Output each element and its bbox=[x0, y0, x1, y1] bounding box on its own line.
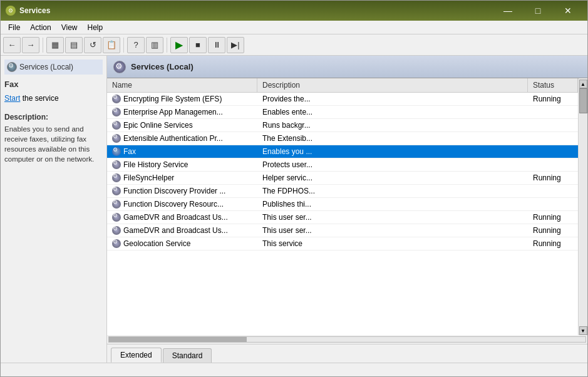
vertical-scrollbar[interactable]: ▲ ▼ bbox=[578, 78, 587, 335]
stop-service-button[interactable]: ■ bbox=[189, 37, 207, 53]
bottom-tabs: Extended Standard bbox=[107, 344, 587, 363]
description-label: Description: bbox=[4, 113, 103, 121]
title-bar: ⚙ Services — □ ✕ bbox=[1, 1, 587, 21]
row-desc-cell: This user ser... bbox=[257, 211, 528, 224]
description-text: Enables you to send and receive faxes, u… bbox=[4, 124, 103, 164]
menu-file[interactable]: File bbox=[3, 21, 25, 34]
row-name-cell: Function Discovery Resourc... bbox=[107, 198, 257, 210]
left-panel: Services (Local) Fax Start the service D… bbox=[1, 56, 107, 363]
menu-bar: File Action View Help bbox=[1, 21, 587, 34]
services-local-icon bbox=[7, 62, 17, 72]
row-status-cell bbox=[528, 145, 578, 158]
main-window: ⚙ Services — □ ✕ File Action View Help ←… bbox=[0, 0, 588, 377]
row-name-cell: File History Service bbox=[107, 158, 257, 171]
window-title: Services bbox=[19, 6, 493, 15]
table-header: Name Description Status bbox=[107, 78, 578, 93]
table-row[interactable]: Enterprise App Managemen... Enables ente… bbox=[107, 106, 578, 119]
console-tree-button[interactable]: ▦ bbox=[46, 37, 64, 53]
right-panel: Services (Local) Name Description Status… bbox=[107, 56, 587, 363]
col-header-description[interactable]: Description bbox=[257, 78, 528, 92]
col-header-name[interactable]: Name bbox=[107, 78, 257, 92]
tab-standard[interactable]: Standard bbox=[163, 348, 212, 363]
service-icon bbox=[112, 200, 121, 209]
row-desc-cell: The FDPHOS... bbox=[257, 185, 528, 197]
row-name-cell: Geolocation Service bbox=[107, 237, 257, 250]
row-name-cell: Enterprise App Managemen... bbox=[107, 106, 257, 118]
table-row[interactable]: Function Discovery Provider ... The FDPH… bbox=[107, 185, 578, 198]
table-row[interactable]: Function Discovery Resourc... Publishes … bbox=[107, 198, 578, 211]
service-icon bbox=[112, 121, 121, 130]
row-status-cell bbox=[528, 119, 578, 132]
toolbar-separator-2 bbox=[123, 38, 124, 53]
horizontal-scrollbar-thumb[interactable] bbox=[109, 337, 247, 342]
scrollbar-up-button[interactable]: ▲ bbox=[579, 80, 587, 88]
table-row[interactable]: File History Service Protects user... bbox=[107, 158, 578, 172]
export-button[interactable]: 📋 bbox=[103, 37, 120, 53]
service-icon bbox=[112, 134, 121, 143]
row-name-cell: Function Discovery Provider ... bbox=[107, 185, 257, 197]
table-row[interactable]: Extensible Authentication Pr... The Exte… bbox=[107, 132, 578, 145]
menu-help[interactable]: Help bbox=[83, 21, 108, 34]
minimize-button[interactable]: — bbox=[493, 2, 522, 19]
help-button[interactable]: ? bbox=[127, 37, 145, 53]
service-icon bbox=[112, 173, 121, 182]
table-row[interactable]: FileSyncHelper Helper servic... Running bbox=[107, 172, 578, 185]
service-icon bbox=[112, 239, 121, 248]
refresh-button[interactable]: ↺ bbox=[84, 37, 101, 53]
close-button[interactable]: ✕ bbox=[554, 2, 582, 19]
scrollbar-thumb[interactable] bbox=[579, 88, 587, 113]
horizontal-scrollbar[interactable] bbox=[108, 336, 586, 343]
table-row[interactable]: GameDVR and Broadcast Us... This user se… bbox=[107, 224, 578, 237]
row-status-cell: Running bbox=[528, 211, 578, 224]
scrollbar-down-button[interactable]: ▼ bbox=[579, 326, 587, 335]
table-row[interactable]: Encrypting File System (EFS) Provides th… bbox=[107, 93, 578, 106]
row-status-cell bbox=[528, 198, 578, 210]
start-service-button[interactable]: ▶ bbox=[170, 37, 188, 53]
service-icon bbox=[112, 213, 121, 222]
back-button[interactable]: ← bbox=[3, 37, 21, 53]
table-row-selected[interactable]: Fax Enables you ... bbox=[107, 145, 578, 158]
row-desc-cell: This user ser... bbox=[257, 224, 528, 237]
service-icon bbox=[112, 160, 121, 169]
menu-action[interactable]: Action bbox=[25, 21, 56, 34]
row-desc-cell: Helper servic... bbox=[257, 172, 528, 184]
col-header-status[interactable]: Status bbox=[528, 78, 578, 92]
table-row[interactable]: Geolocation Service This service Running bbox=[107, 237, 578, 250]
row-name-cell: Encrypting File System (EFS) bbox=[107, 93, 257, 105]
start-service-link[interactable]: Start bbox=[4, 94, 20, 103]
service-icon bbox=[112, 226, 121, 235]
menu-view[interactable]: View bbox=[56, 21, 83, 34]
start-suffix: the service bbox=[20, 94, 58, 103]
pause-service-button[interactable]: ⏸ bbox=[208, 37, 225, 53]
row-status-cell: Running bbox=[528, 237, 578, 250]
scope-pane-button[interactable]: ▤ bbox=[65, 37, 83, 53]
maximize-button[interactable]: □ bbox=[524, 2, 552, 19]
service-icon bbox=[112, 147, 121, 156]
toolbar-separator-1 bbox=[43, 38, 43, 53]
row-name-cell: GameDVR and Broadcast Us... bbox=[107, 224, 257, 237]
restart-service-button[interactable]: ▶| bbox=[227, 37, 244, 53]
row-status-cell: Running bbox=[528, 172, 578, 184]
scrollbar-track bbox=[579, 88, 587, 326]
app-icon: ⚙ bbox=[6, 6, 16, 16]
right-panel-header-text: Services (Local) bbox=[131, 62, 193, 71]
row-desc-cell: Provides the... bbox=[257, 93, 528, 105]
forward-button[interactable]: → bbox=[22, 37, 39, 53]
row-status-cell bbox=[528, 158, 578, 171]
status-bar bbox=[1, 363, 587, 376]
properties-button[interactable]: ▥ bbox=[146, 37, 163, 53]
row-desc-cell: The Extensib... bbox=[257, 132, 528, 145]
window-controls: — □ ✕ bbox=[493, 2, 582, 19]
row-name-cell: Extensible Authentication Pr... bbox=[107, 132, 257, 145]
right-panel-header: Services (Local) bbox=[107, 56, 587, 78]
horizontal-scrollbar-area bbox=[107, 335, 587, 344]
row-name-cell: Fax bbox=[107, 145, 257, 158]
row-status-cell: Running bbox=[528, 93, 578, 105]
left-panel-header[interactable]: Services (Local) bbox=[4, 59, 103, 75]
table-row[interactable]: Epic Online Services Runs backgr... bbox=[107, 119, 578, 132]
row-desc-cell: Enables ente... bbox=[257, 106, 528, 118]
services-table[interactable]: Name Description Status Encrypting File … bbox=[107, 78, 578, 335]
main-content: Services (Local) Fax Start the service D… bbox=[1, 56, 587, 363]
table-row[interactable]: GameDVR and Broadcast Us... This user se… bbox=[107, 211, 578, 224]
tab-extended[interactable]: Extended bbox=[111, 348, 162, 363]
